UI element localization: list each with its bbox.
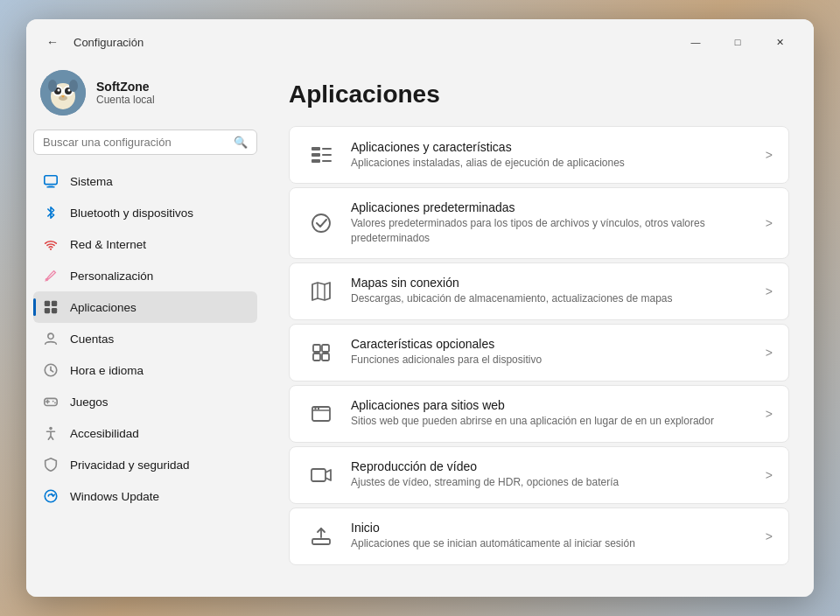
chevron-icon-web-apps: > [766,407,773,421]
sidebar-item-privacidad[interactable]: Privacidad y seguridad [33,449,257,480]
menu-item-offline-maps[interactable]: Mapas sin conexión Descargas, ubicación … [289,262,789,320]
page-title: Aplicaciones [289,80,789,108]
svg-point-21 [48,333,53,339]
check-circle-icon [305,207,337,239]
menu-item-text-offline-maps: Mapas sin conexión Descargas, ubicación … [351,276,752,306]
menu-item-sub-apps-features: Aplicaciones instaladas, alias de ejecuc… [351,156,752,171]
sidebar-item-personalizacion[interactable]: Personalización [33,260,257,291]
svg-rect-32 [312,147,320,150]
update-icon [42,487,60,505]
back-button[interactable]: ← [40,30,65,54]
menu-item-startup[interactable]: Inicio Aplicaciones que se inician autom… [289,508,789,565]
sidebar-item-label-red: Red & Internet [70,238,146,251]
svg-point-6 [58,89,60,92]
menu-item-optional-features[interactable]: Características opcionales Funciones adi… [289,324,789,382]
svg-rect-50 [312,539,330,544]
menu-item-web-apps[interactable]: Aplicaciones para sitios web Sitios web … [289,385,789,443]
sidebar-item-label-personalizacion: Personalización [70,270,153,283]
monitor-icon [42,172,60,190]
menu-item-title-optional-features: Características opcionales [351,337,752,351]
user-info: SoftZone Cuenta local [96,80,155,106]
window-title: Configuración [74,36,144,49]
sidebar-item-juegos[interactable]: Juegos [33,386,257,417]
menu-item-sub-optional-features: Funciones adicionales para el dispositiv… [351,353,752,368]
svg-rect-18 [52,301,57,306]
menu-item-video-playback[interactable]: Reproducción de vídeo Ajustes de vídeo, … [289,446,789,504]
svg-rect-12 [45,176,57,185]
menu-item-text-optional-features: Características opcionales Funciones adi… [351,337,752,368]
menu-item-apps-features[interactable]: Aplicaciones y características Aplicacio… [289,126,789,184]
svg-point-47 [314,407,316,409]
svg-point-16 [46,278,49,282]
startup-icon [305,521,337,552]
menu-item-text-video-playback: Reproducción de vídeo Ajustes de vídeo, … [351,459,752,490]
close-button[interactable]: ✕ [760,28,800,56]
svg-point-30 [49,427,52,430]
chevron-icon-startup: > [766,529,773,543]
menu-item-sub-video-playback: Ajustes de vídeo, streaming de HDR, opci… [351,475,752,490]
wifi-icon [42,235,60,253]
menu-item-title-startup: Inicio [351,521,752,535]
svg-rect-42 [313,345,320,352]
svg-line-24 [51,370,53,372]
minimize-button[interactable]: — [676,28,716,56]
sidebar-item-label-aplicaciones: Aplicaciones [70,301,136,314]
menu-list: Aplicaciones y características Aplicacio… [289,126,789,565]
chevron-icon-optional-features: > [766,346,773,360]
svg-marker-39 [312,283,330,300]
svg-point-15 [50,248,52,250]
sidebar-item-bluetooth[interactable]: Bluetooth y dispositivos [33,197,257,228]
user-profile: SoftZone Cuenta local [33,63,257,130]
sidebar-item-aplicaciones[interactable]: Aplicaciones [33,291,257,323]
sidebar-item-label-cuentas: Cuentas [70,332,114,346]
menu-item-title-default-apps: Aplicaciones predeterminadas [351,200,752,214]
svg-point-48 [318,407,319,409]
svg-rect-43 [322,345,329,352]
brush-icon [42,267,60,284]
svg-rect-20 [52,308,57,313]
svg-point-31 [45,490,57,502]
svg-point-29 [54,402,56,403]
menu-item-title-web-apps: Aplicaciones para sitios web [351,398,752,412]
sidebar-item-update[interactable]: Windows Update [33,480,257,512]
sidebar: SoftZone Cuenta local 🔍 Sistema [26,63,264,597]
sidebar-item-label-update: Windows Update [70,490,159,503]
svg-rect-44 [313,354,320,360]
sidebar-item-label-sistema: Sistema [70,175,113,188]
sidebar-item-accesibilidad[interactable]: Accesibilidad [33,417,257,449]
search-box[interactable]: 🔍 [33,130,257,155]
sidebar-item-label-bluetooth: Bluetooth y dispositivos [70,206,193,220]
avatar [40,70,86,116]
sidebar-item-hora[interactable]: Hora e idioma [33,354,257,386]
sidebar-item-red[interactable]: Red & Internet [33,228,257,260]
sidebar-item-sistema[interactable]: Sistema [33,165,257,197]
svg-point-38 [312,214,330,232]
svg-point-11 [69,80,78,92]
maximize-button[interactable]: □ [718,28,758,56]
menu-item-title-video-playback: Reproducción de vídeo [351,459,752,473]
svg-rect-49 [312,469,326,481]
list-icon [305,139,337,171]
sidebar-item-cuentas[interactable]: Cuentas [33,323,257,354]
menu-item-text-apps-features: Aplicaciones y características Aplicacio… [351,140,752,171]
user-subtitle: Cuenta local [96,94,155,106]
user-name: SoftZone [96,80,155,94]
menu-item-default-apps[interactable]: Aplicaciones predeterminadas Valores pre… [289,187,789,259]
clock-icon [42,361,60,379]
sidebar-item-label-privacidad: Privacidad y seguridad [70,458,190,472]
search-input[interactable] [43,136,227,149]
chevron-icon-default-apps: > [766,216,773,230]
apps-icon [42,298,60,316]
sidebar-item-label-hora: Hora e idioma [70,364,144,377]
menu-item-title-offline-maps: Mapas sin conexión [351,276,752,290]
bluetooth-icon [42,204,60,221]
sidebar-item-label-accesibilidad: Accesibilidad [70,427,139,440]
titlebar-left: ← Configuración [40,30,144,54]
settings-window: ← Configuración — □ ✕ [26,19,814,597]
search-icon: 🔍 [234,136,248,149]
video-icon [305,459,337,491]
menu-item-title-apps-features: Aplicaciones y características [351,140,752,154]
menu-item-text-startup: Inicio Aplicaciones que se inician autom… [351,521,752,551]
map-icon [305,276,337,307]
svg-rect-17 [45,301,50,306]
